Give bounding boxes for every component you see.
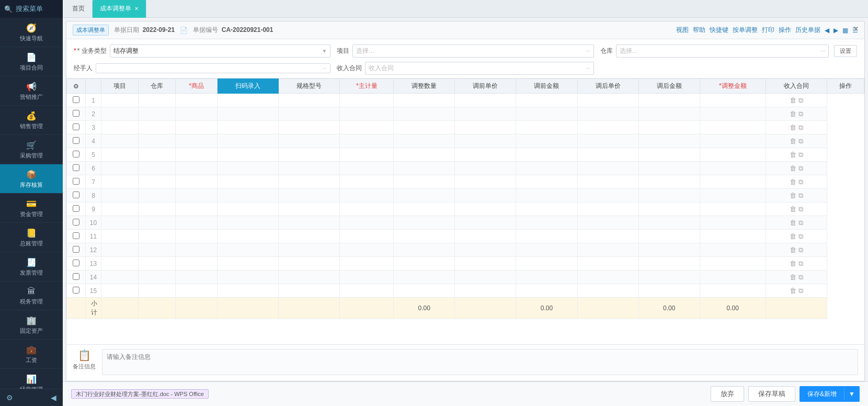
notes-input[interactable] — [102, 349, 858, 375]
row-cell-10[interactable] — [516, 230, 577, 243]
project-select[interactable]: 选择... ··· — [352, 44, 593, 58]
row-cell-2[interactable] — [101, 107, 139, 121]
tab-close-cost-adjust[interactable]: ✕ — [134, 6, 139, 12]
copy-icon[interactable]: ⧉ — [798, 260, 803, 268]
row-cell-11[interactable] — [577, 162, 638, 175]
row-cell-12[interactable] — [638, 257, 700, 270]
row-cell-3[interactable] — [139, 148, 176, 162]
collapse-icon[interactable]: ◀ — [51, 393, 56, 402]
row-cell-4[interactable] — [176, 94, 218, 107]
row-cell-13[interactable] — [700, 202, 766, 216]
sidebar-item-asset[interactable]: 🏢 固定资产 — [0, 310, 63, 340]
row-cell-3[interactable] — [139, 189, 176, 202]
row-cell-8[interactable] — [394, 243, 455, 257]
delete-icon[interactable]: 🗑 — [790, 219, 796, 227]
delete-icon[interactable]: 🗑 — [790, 96, 796, 105]
row-cell-4[interactable] — [176, 257, 218, 270]
row-cell-3[interactable] — [139, 175, 176, 189]
row-cell-10[interactable] — [516, 148, 577, 162]
row-cell-13[interactable] — [700, 134, 766, 148]
row-cell-2[interactable] — [101, 94, 139, 107]
row-cell-13[interactable] — [700, 107, 766, 121]
row-cell-8[interactable] — [394, 134, 455, 148]
biz-type-select[interactable]: 结存调整 ▼ — [110, 44, 331, 58]
row-cell-3[interactable] — [139, 107, 176, 121]
copy-icon[interactable]: ⧉ — [798, 123, 803, 132]
row-cell-9[interactable] — [455, 202, 516, 216]
row-cell-4[interactable] — [176, 270, 218, 284]
row-cell-11[interactable] — [577, 230, 638, 243]
row-cell-8[interactable] — [394, 148, 455, 162]
row-cell-9[interactable] — [455, 94, 516, 107]
save-new-arrow-icon[interactable]: ▼ — [844, 388, 859, 400]
row-cell-8[interactable] — [394, 175, 455, 189]
action-help[interactable]: 帮助 — [693, 26, 705, 35]
row-cell-5[interactable] — [218, 121, 279, 134]
row-cell-8[interactable] — [394, 121, 455, 134]
copy-icon[interactable]: ⧉ — [798, 287, 803, 295]
row-cell-6[interactable] — [279, 148, 340, 162]
close-button[interactable]: ✕ — [848, 21, 864, 36]
delete-icon[interactable]: 🗑 — [790, 191, 796, 200]
row-cell-12[interactable] — [638, 148, 700, 162]
row-cell-4[interactable] — [176, 189, 218, 202]
delete-icon[interactable]: 🗑 — [790, 123, 796, 132]
row-cell-13[interactable] — [700, 270, 766, 284]
row-cell-7[interactable] — [340, 189, 394, 202]
row-cell-7[interactable] — [340, 162, 394, 175]
row-cell-9[interactable] — [455, 107, 516, 121]
row-cell-10[interactable] — [516, 175, 577, 189]
copy-icon[interactable]: ⧉ — [798, 191, 803, 200]
row-cell-4[interactable] — [176, 134, 218, 148]
row-cell-11[interactable] — [577, 284, 638, 298]
row-cell-4[interactable] — [176, 284, 218, 298]
copy-icon[interactable]: ⧉ — [798, 246, 803, 254]
row-cell-7[interactable] — [340, 257, 394, 270]
row-cell-3[interactable] — [139, 270, 176, 284]
row-cell-5[interactable] — [218, 107, 279, 121]
row-cell-12[interactable] — [638, 270, 700, 284]
row-cell-12[interactable] — [638, 162, 700, 175]
row-cell-13[interactable] — [700, 284, 766, 298]
row-cell-13[interactable] — [700, 216, 766, 230]
row-cell-12[interactable] — [638, 243, 700, 257]
row-cell-2[interactable] — [101, 202, 139, 216]
action-shortcut[interactable]: 快捷键 — [710, 26, 728, 35]
row-cell-9[interactable] — [455, 243, 516, 257]
row-cell-5[interactable] — [218, 202, 279, 216]
col-scan[interactable]: 扫码录入 — [218, 79, 279, 94]
row-checkbox[interactable] — [73, 232, 79, 239]
row-cell-3[interactable] — [139, 121, 176, 134]
row-cell-13[interactable] — [700, 189, 766, 202]
row-cell-8[interactable] — [394, 107, 455, 121]
row-cell-10[interactable] — [516, 134, 577, 148]
action-print[interactable]: 打印 — [762, 26, 774, 35]
row-cell-13[interactable] — [700, 94, 766, 107]
delete-icon[interactable]: 🗑 — [790, 178, 796, 186]
row-cell-2[interactable] — [101, 121, 139, 134]
row-cell-8[interactable] — [394, 230, 455, 243]
copy-icon[interactable]: ⧉ — [798, 164, 803, 173]
row-checkbox[interactable] — [73, 178, 79, 185]
settings-icon[interactable]: ⚙ — [6, 393, 13, 402]
row-cell-8[interactable] — [394, 189, 455, 202]
row-cell-13[interactable] — [700, 162, 766, 175]
income-contract-select[interactable]: 收入合同 ··· — [365, 62, 593, 75]
row-cell-13[interactable] — [700, 243, 766, 257]
row-cell-11[interactable] — [577, 257, 638, 270]
row-cell-10[interactable] — [516, 94, 577, 107]
row-cell-6[interactable] — [279, 134, 340, 148]
row-checkbox[interactable] — [73, 205, 79, 212]
delete-icon[interactable]: 🗑 — [790, 287, 796, 295]
row-cell-12[interactable] — [638, 121, 700, 134]
row-cell-10[interactable] — [516, 107, 577, 121]
settings-button[interactable]: 设置 — [834, 45, 857, 57]
row-cell-12[interactable] — [638, 107, 700, 121]
row-cell-6[interactable] — [279, 257, 340, 270]
row-cell-6[interactable] — [279, 243, 340, 257]
row-cell-12[interactable] — [638, 189, 700, 202]
sidebar-item-inventory[interactable]: 📦 库存核算 — [0, 164, 63, 194]
row-cell-9[interactable] — [455, 257, 516, 270]
row-cell-12[interactable] — [638, 284, 700, 298]
nav-next-icon[interactable]: ▶ — [833, 27, 838, 34]
